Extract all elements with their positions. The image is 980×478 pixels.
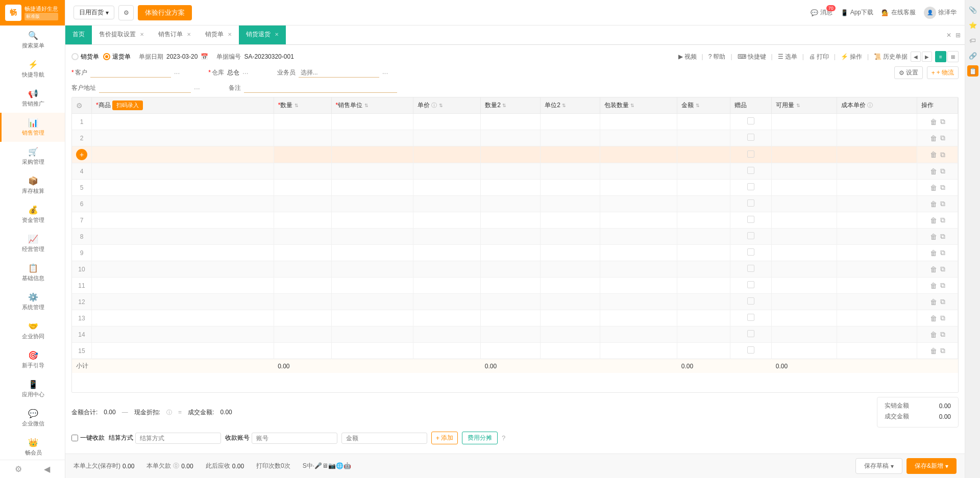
copy-btn[interactable]: ⧉ [940, 281, 945, 290]
gift-checkbox[interactable] [747, 330, 754, 337]
settings-form-btn[interactable]: ⚙ 设置 [894, 66, 923, 79]
sort-available[interactable]: ⇅ [796, 103, 800, 108]
row-price[interactable] [413, 130, 481, 146]
row-unit[interactable] [331, 130, 413, 146]
row-packqty[interactable] [600, 146, 677, 163]
close-tab-icon[interactable]: ✕ [946, 32, 951, 39]
row-qty2[interactable] [481, 130, 541, 146]
settings-bottom-icon[interactable]: ⚙ [15, 464, 22, 474]
delete-btn[interactable]: 🗑 [930, 134, 937, 142]
sort-price[interactable]: ⇅ [439, 103, 443, 108]
sidebar-item-apps[interactable]: 📱 应用中心 [0, 374, 65, 404]
copy-btn[interactable]: ⧉ [940, 117, 945, 126]
gift-checkbox[interactable] [747, 183, 754, 190]
gift-checkbox[interactable] [747, 117, 754, 124]
sort-unit[interactable]: ⇅ [364, 103, 369, 108]
row-amount[interactable] [677, 114, 730, 130]
delete-btn[interactable]: 🗑 [930, 150, 937, 159]
gift-checkbox[interactable] [747, 281, 754, 288]
customer-dots[interactable]: ··· [174, 69, 180, 77]
row-packqty[interactable] [600, 130, 677, 146]
sidebar-item-guide[interactable]: 🎯 新手引导 [0, 345, 65, 374]
daily-goods-select[interactable]: 日用百货 ▾ [74, 6, 114, 19]
sidebar-item-operation[interactable]: 📈 经营管理 [0, 229, 65, 258]
right-panel-star-icon[interactable]: ⭐ [967, 19, 978, 31]
row-unit[interactable] [331, 146, 413, 163]
row-product[interactable] [92, 146, 274, 163]
radio-delivery[interactable]: 销货单 [71, 53, 99, 61]
warehouse-dots[interactable]: ··· [242, 69, 249, 77]
scan-btn[interactable]: 扫码录入 [112, 100, 143, 110]
row-price[interactable] [413, 146, 481, 163]
fee-help-icon[interactable]: ? [502, 434, 505, 442]
sort-qty[interactable]: ⇅ [295, 103, 299, 108]
row-amount[interactable] [677, 130, 730, 146]
copy-btn[interactable]: ⧉ [940, 199, 945, 208]
save-draft-btn[interactable]: 保存草稿 ▾ [855, 458, 902, 474]
sort-qty2[interactable]: ⇅ [502, 103, 506, 108]
row-qty2[interactable] [481, 146, 541, 163]
app-download-btn[interactable]: 📱 App下载 [841, 8, 873, 17]
row-amount[interactable] [677, 146, 730, 163]
list-view-btn[interactable]: ≡ [935, 51, 946, 62]
sidebar-item-marketing[interactable]: 📢 营销推广 [0, 84, 65, 113]
amount-input[interactable] [341, 433, 427, 444]
tab-price-close[interactable]: ✕ [140, 32, 144, 37]
sidebar-item-system[interactable]: ⚙️ 系统管理 [0, 287, 65, 316]
staff-input[interactable] [299, 68, 379, 78]
sidebar-item-basic[interactable]: 📋 基础信息 [0, 258, 65, 287]
gift-checkbox[interactable] [747, 248, 754, 256]
row-costprice[interactable] [837, 130, 917, 146]
right-panel-active-icon[interactable]: 📋 [967, 65, 978, 77]
gift-checkbox[interactable] [747, 346, 754, 354]
video-btn[interactable]: ▶ 视频 [678, 53, 697, 61]
row-costprice[interactable] [837, 114, 917, 130]
delete-btn[interactable]: 🗑 [930, 200, 937, 208]
row-product[interactable] [92, 130, 274, 146]
right-panel-tag-icon[interactable]: 🏷 [967, 35, 978, 46]
gift-checkbox[interactable] [747, 314, 754, 321]
staff-dots[interactable]: ··· [382, 69, 388, 77]
add-payment-btn[interactable]: + 添加 [431, 432, 458, 444]
gift-checkbox[interactable] [747, 134, 754, 141]
row-qty[interactable] [274, 114, 331, 130]
remark-input[interactable] [244, 83, 397, 93]
radio-return[interactable]: 退货单 [103, 53, 131, 61]
tab-sales-order-close[interactable]: ✕ [187, 32, 191, 37]
copy-btn[interactable]: ⧉ [940, 150, 945, 159]
copy-btn[interactable]: ⧉ [940, 167, 945, 175]
operate-btn[interactable]: ⚡ 操作 [841, 53, 862, 61]
row-qty[interactable] [274, 130, 331, 146]
row-unit[interactable] [331, 114, 413, 130]
gear-icon[interactable]: ⚙ [76, 102, 83, 110]
copy-btn[interactable]: ⧉ [940, 183, 945, 192]
copy-btn[interactable]: ⧉ [940, 232, 945, 241]
copy-btn[interactable]: ⧉ [940, 346, 945, 355]
right-panel-clip-icon[interactable]: 📎 [967, 4, 978, 15]
user-profile[interactable]: 👤 徐泽华 [924, 7, 957, 19]
sidebar-item-search[interactable]: 🔍 搜索菜单 [0, 26, 65, 55]
service-btn[interactable]: 💁 在线客服 [881, 8, 916, 17]
sidebar-item-wechat[interactable]: 💬 企业微信 [0, 404, 65, 433]
copy-btn[interactable]: ⧉ [940, 248, 945, 257]
row-price[interactable] [413, 114, 481, 130]
copy-btn[interactable]: ⧉ [940, 134, 945, 142]
sidebar-item-sales[interactable]: 📊 销售管理 [0, 113, 65, 142]
copy-btn[interactable]: ⧉ [940, 314, 945, 322]
header-settings-btn[interactable]: ⚙ [118, 5, 134, 20]
row-qty2[interactable] [481, 114, 541, 130]
sidebar-item-enterprise[interactable]: 🤝 企业协同 [0, 316, 65, 345]
delete-btn[interactable]: 🗑 [930, 314, 937, 322]
tab-sales-return[interactable]: 销货退货 ✕ [239, 26, 286, 44]
account-input[interactable] [252, 433, 337, 444]
select-order-btn[interactable]: ☰ 选单 [778, 53, 797, 61]
sidebar-item-member[interactable]: 👑 畅会员 [0, 433, 65, 460]
message-btn[interactable]: 💬 消息 70 [811, 8, 832, 17]
delete-btn[interactable]: 🗑 [930, 233, 937, 241]
delete-btn[interactable]: 🗑 [930, 249, 937, 257]
delete-btn[interactable]: 🗑 [930, 331, 937, 339]
right-panel-link-icon[interactable]: 🔗 [967, 50, 978, 61]
tab-price-setting[interactable]: 售价提取设置 ✕ [92, 26, 151, 44]
one-click-checkbox[interactable] [71, 435, 78, 441]
row-available[interactable] [772, 146, 837, 163]
